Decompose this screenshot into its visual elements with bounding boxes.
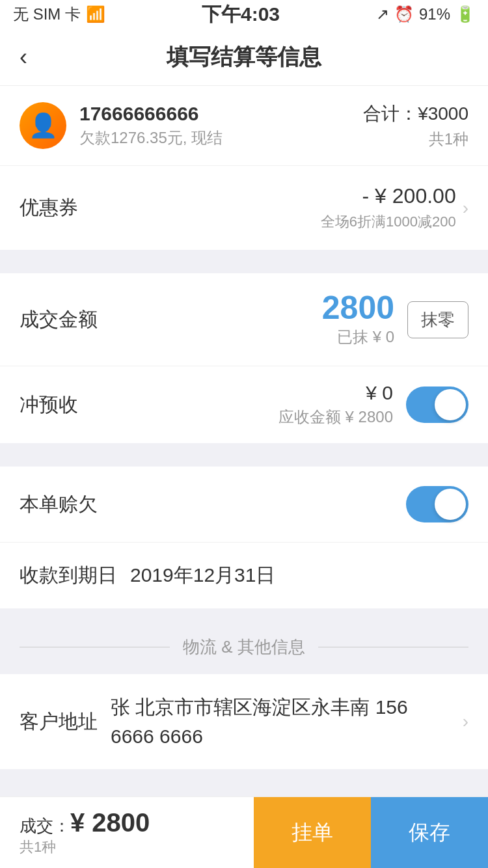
divider-line-right	[318, 647, 468, 647]
deal-right: 2800 已抹 ¥ 0 抹零	[322, 292, 468, 347]
toggle-knob	[435, 389, 466, 420]
carrier-label: 无 SIM 卡	[13, 4, 81, 25]
prepay-receivable: 应收金额 ¥ 2800	[278, 407, 393, 427]
bottom-deal-amount: ¥ 2800	[70, 808, 150, 837]
status-right: ↗ ⏰ 91% 🔋	[376, 5, 475, 23]
back-button[interactable]: ‹	[20, 44, 27, 71]
bottom-deal-label: 成交：	[20, 816, 70, 835]
prepay-amount-col: ¥ 0 应收金额 ¥ 2800	[278, 382, 393, 427]
wifi-icon: 📶	[86, 5, 105, 23]
customer-phone: 17666666666	[79, 103, 223, 125]
deal-row: 成交金额 2800 已抹 ¥ 0 抹零	[0, 273, 488, 366]
customer-debt: 欠款1276.35元, 现结	[79, 128, 223, 148]
coupon-desc: 全场6折满1000减200	[321, 212, 456, 232]
address-value: 张 北京市市辖区海淀区永丰南 156 6666 6666	[111, 692, 456, 751]
prepay-right: ¥ 0 应收金额 ¥ 2800	[278, 382, 468, 427]
prepay-toggle[interactable]	[406, 387, 468, 423]
customer-info: 17666666666 欠款1276.35元, 现结	[79, 103, 223, 148]
battery-label: 91%	[419, 5, 450, 23]
customer-left: 👤 17666666666 欠款1276.35元, 现结	[20, 102, 223, 149]
deal-label: 成交金额	[20, 306, 98, 333]
due-date-value: 2019年12月31日	[130, 562, 275, 589]
battery-icon: 🔋	[455, 5, 475, 23]
divider-2	[0, 455, 488, 467]
nav-bar: ‹ 填写结算等信息	[0, 29, 488, 86]
prepay-row: 冲预收 ¥ 0 应收金额 ¥ 2800	[0, 366, 488, 443]
address-chevron-icon: ›	[463, 711, 468, 732]
status-bar: 无 SIM 卡 📶 下午4:03 ↗ ⏰ 91% 🔋	[0, 0, 488, 29]
coupon-right: - ¥ 200.00 全场6折满1000减200	[321, 184, 456, 232]
coupon-label: 优惠券	[20, 195, 78, 221]
customer-section: 👤 17666666666 欠款1276.35元, 现结 合计：¥3000 共1…	[0, 86, 488, 250]
coupon-amount: - ¥ 200.00	[362, 184, 456, 208]
address-section: 客户地址 张 北京市市辖区海淀区永丰南 156 6666 6666 ›	[0, 674, 488, 769]
address-row[interactable]: 客户地址 张 北京市市辖区海淀区永丰南 156 6666 6666 ›	[0, 674, 488, 769]
allowance-label: 本单赊欠	[20, 491, 98, 518]
divider-line-left	[20, 647, 170, 647]
status-left: 无 SIM 卡 📶	[13, 4, 105, 25]
logistics-divider: 物流 & 其他信息	[0, 620, 488, 674]
hold-button[interactable]: 挂单	[254, 797, 371, 868]
bottom-deal-row: 成交：¥ 2800	[20, 808, 234, 837]
location-icon: ↗	[376, 5, 389, 23]
save-button[interactable]: 保存	[371, 797, 488, 868]
bottom-count: 共1种	[20, 837, 234, 857]
deal-erased: 已抹 ¥ 0	[337, 327, 394, 347]
deal-amount-col: 2800 已抹 ¥ 0	[322, 292, 394, 347]
bottom-bar: 成交：¥ 2800 共1种 挂单 保存	[0, 796, 488, 868]
avatar: 👤	[20, 102, 66, 149]
allowance-toggle[interactable]	[406, 486, 468, 522]
page-title: 填写结算等信息	[167, 42, 321, 72]
coupon-chevron-icon: ›	[463, 198, 468, 219]
allowance-toggle-knob	[435, 489, 466, 520]
due-date-label: 收款到期日	[20, 562, 117, 589]
prepay-label: 冲预收	[20, 392, 78, 418]
coupon-row[interactable]: 优惠券 - ¥ 200.00 全场6折满1000减200 ›	[0, 165, 488, 250]
customer-count: 共1种	[363, 129, 468, 150]
divider-1	[0, 262, 488, 273]
deal-amount: 2800	[322, 292, 394, 324]
customer-total: 合计：¥3000	[363, 102, 468, 126]
allowance-section: 本单赊欠 收款到期日 2019年12月31日	[0, 467, 488, 608]
due-date-row: 收款到期日 2019年12月31日	[0, 542, 488, 608]
deal-section: 成交金额 2800 已抹 ¥ 0 抹零 冲预收 ¥ 0 应收金额 ¥ 2800	[0, 273, 488, 443]
prepay-amount: ¥ 0	[366, 382, 393, 404]
customer-row: 👤 17666666666 欠款1276.35元, 现结 合计：¥3000 共1…	[0, 86, 488, 165]
bottom-summary: 成交：¥ 2800 共1种	[0, 797, 254, 868]
status-time: 下午4:03	[202, 1, 280, 28]
round-button[interactable]: 抹零	[407, 301, 468, 338]
allowance-row: 本单赊欠	[0, 467, 488, 542]
alarm-icon: ⏰	[394, 5, 414, 23]
customer-right: 合计：¥3000 共1种	[363, 102, 468, 150]
address-label: 客户地址	[20, 709, 98, 735]
logistics-label: 物流 & 其他信息	[170, 636, 318, 658]
